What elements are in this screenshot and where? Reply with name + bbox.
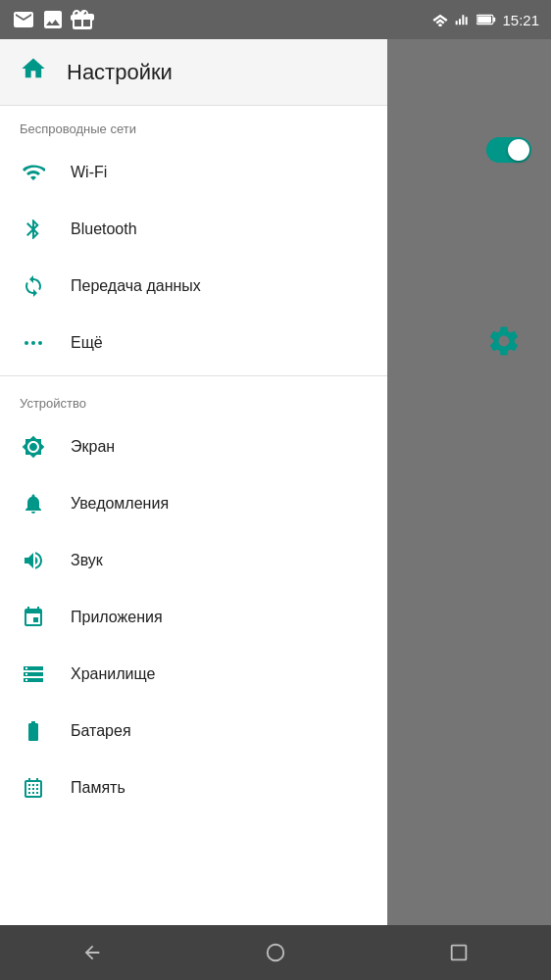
settings-drawer: Настройки Беспроводные сети Wi-Fi Blueto… <box>0 39 387 941</box>
svg-point-3 <box>25 341 28 345</box>
toggle-knob <box>508 139 529 161</box>
sound-label: Звук <box>71 552 103 569</box>
svg-point-5 <box>38 341 42 345</box>
image-icon <box>41 8 65 31</box>
menu-item-data[interactable]: Передача данных <box>0 258 387 315</box>
gear-icon <box>486 323 522 359</box>
wifi-status-icon <box>431 13 449 26</box>
section-device-label: Устройство <box>0 380 387 418</box>
settings-title: Настройки <box>67 60 173 85</box>
notifications-label: Уведомления <box>71 495 169 513</box>
sound-icon <box>20 547 47 574</box>
clock: 15:21 <box>502 12 539 28</box>
menu-item-apps[interactable]: Приложения <box>0 589 387 646</box>
recents-button[interactable] <box>429 925 488 980</box>
home-icon <box>20 55 47 89</box>
apps-label: Приложения <box>71 609 163 626</box>
wifi-toggle[interactable] <box>486 137 531 163</box>
drawer-header: Настройки <box>0 39 387 106</box>
notification-icons <box>12 8 94 31</box>
home-button[interactable] <box>246 925 305 980</box>
menu-item-sound[interactable]: Звук <box>0 532 387 589</box>
navigation-bar <box>0 925 551 980</box>
main-layout: Настройки Беспроводные сети Wi-Fi Blueto… <box>0 39 551 941</box>
storage-icon <box>20 661 47 688</box>
menu-item-wifi[interactable]: Wi-Fi <box>0 144 387 201</box>
section-wireless-label: Беспроводные сети <box>0 106 387 144</box>
wifi-icon <box>20 159 47 186</box>
menu-item-memory[interactable]: Память <box>0 760 387 816</box>
divider-1 <box>0 375 387 376</box>
signal-icon <box>455 13 471 26</box>
bluetooth-label: Bluetooth <box>71 220 137 238</box>
battery-menu-icon <box>20 717 47 745</box>
gift-icon <box>71 8 94 31</box>
data-label: Передача данных <box>71 277 201 295</box>
svg-point-4 <box>31 341 35 345</box>
recents-icon <box>448 942 470 963</box>
menu-item-more[interactable]: Ещё <box>0 315 387 371</box>
battery-label: Батарея <box>71 722 131 740</box>
svg-rect-7 <box>452 946 467 960</box>
apps-icon <box>20 604 47 631</box>
menu-item-battery[interactable]: Батарея <box>0 703 387 760</box>
svg-rect-2 <box>478 17 492 24</box>
notifications-icon <box>20 490 47 517</box>
memory-icon <box>20 774 47 802</box>
back-icon <box>81 942 103 963</box>
menu-item-screen[interactable]: Экран <box>0 418 387 475</box>
more-label: Ещё <box>71 334 103 352</box>
toggle-area[interactable] <box>486 137 531 163</box>
gear-area <box>486 323 522 363</box>
menu-item-notifications[interactable]: Уведомления <box>0 475 387 532</box>
system-icons: 15:21 <box>431 12 539 28</box>
data-icon <box>20 272 47 300</box>
status-bar: 15:21 <box>0 0 551 39</box>
svg-rect-1 <box>493 18 495 23</box>
more-icon <box>20 329 47 357</box>
home-nav-icon <box>265 942 286 963</box>
storage-label: Хранилище <box>71 665 155 683</box>
screen-icon <box>20 433 47 461</box>
right-background <box>387 39 551 941</box>
menu-item-storage[interactable]: Хранилище <box>0 646 387 703</box>
bluetooth-icon <box>20 216 47 243</box>
back-button[interactable] <box>63 925 122 980</box>
svg-point-6 <box>268 945 284 961</box>
wifi-label: Wi-Fi <box>71 164 107 181</box>
screen-label: Экран <box>71 438 115 456</box>
battery-status-icon <box>476 14 496 25</box>
menu-item-bluetooth[interactable]: Bluetooth <box>0 201 387 258</box>
email-icon <box>12 8 35 31</box>
memory-label: Память <box>71 779 125 797</box>
